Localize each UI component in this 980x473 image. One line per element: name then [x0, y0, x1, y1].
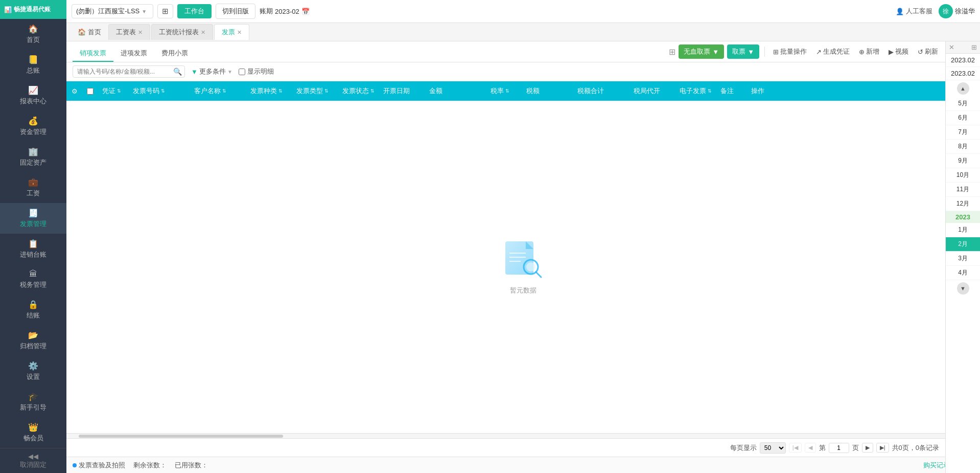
batch-op-button[interactable]: ⊞ 批量操作 [770, 45, 810, 58]
date-item-8m[interactable]: 8月 [946, 140, 980, 154]
sub-tab-label: 费用小票 [161, 49, 188, 57]
next-page-button[interactable]: ▶ [862, 443, 873, 453]
content-area: 销项发票 进项发票 费用小票 ⊞ 无血取票 ▼ 取票 ▼ [66, 41, 980, 473]
sidebar-collapse[interactable]: ◀◀ 取消固定 [0, 448, 66, 473]
date-item-12m[interactable]: 12月 [946, 197, 980, 211]
home-tab-label: 首页 [88, 28, 101, 37]
sidebar-item-guide[interactable]: 🎓 新手引导 [0, 387, 66, 417]
date-item-2023-02-top1[interactable]: 2023.02 [946, 54, 980, 67]
horizontal-scrollbar[interactable] [66, 433, 980, 438]
date-panel-up-arrow[interactable]: ▲ [957, 82, 969, 95]
date-panel-down-arrow[interactable]: ▼ [957, 282, 969, 295]
sidebar-item-settings[interactable]: ⚙️ 设置 [0, 356, 66, 387]
sidebar-item-report[interactable]: 📈 报表中心 [0, 80, 66, 111]
sidebar-item-label: 资金管理 [20, 127, 46, 137]
closing-icon: 🔒 [28, 300, 38, 309]
tab-invoice[interactable]: 发票 ✕ [214, 24, 249, 40]
th-inv-class-sort-icon: ⇅ [324, 88, 329, 94]
th-check[interactable] [84, 88, 99, 95]
switch-version-button[interactable]: 切到旧版 [216, 4, 255, 19]
sidebar-item-funds[interactable]: 💰 资金管理 [0, 111, 66, 142]
sub-tab-expense[interactable]: 费用小票 [154, 46, 195, 62]
search-wrap: 🔍 [73, 65, 185, 78]
last-page-button[interactable]: ▶| [876, 443, 889, 453]
workbench-button[interactable]: 工作台 [177, 4, 212, 18]
user-profile[interactable]: 徐 徐溢华 [939, 4, 975, 18]
tab-home[interactable]: 🏠 首页 [72, 25, 107, 40]
th-status-label: 发票状态 [342, 86, 369, 96]
th-inv-class: 发票类型 ⇅ [293, 86, 339, 96]
take-invoice-button[interactable]: 取票 ▼ [727, 44, 759, 59]
tab-close-invoice[interactable]: ✕ [237, 29, 242, 36]
copy-icon-button[interactable]: ⊞ [157, 4, 173, 18]
sidebar-item-home[interactable]: 🏠 首页 [0, 19, 66, 50]
date-item-6m[interactable]: 6月 [946, 111, 980, 125]
filter-dropdown-icon: ▼ [227, 69, 232, 75]
refresh-button[interactable]: ↺ 刷新 [915, 45, 941, 58]
sidebar-item-label: 新手引导 [20, 403, 46, 412]
no-invoice-button[interactable]: 无血取票 ▼ [679, 44, 724, 59]
th-note: 备注 [717, 86, 748, 96]
period-label: 账期 [260, 7, 273, 16]
topbar-right: 👤 人工客服 徐 徐溢华 [896, 4, 975, 18]
date-item-4m[interactable]: 4月 [946, 266, 980, 280]
date-panel-close-icon[interactable]: ✕ [949, 43, 954, 51]
th-tax-rate: 税率 ⇅ [487, 86, 523, 96]
date-item-2023-02-top2[interactable]: 2023.02 [946, 67, 980, 80]
search-input[interactable] [73, 65, 185, 78]
date-item-9m[interactable]: 9月 [946, 154, 980, 168]
first-page-button[interactable]: |◀ [789, 443, 802, 453]
sidebar-item-label: 首页 [27, 35, 40, 44]
date-item-3m[interactable]: 3月 [946, 252, 980, 266]
gen-voucher-button[interactable]: ↗ 生成凭证 [813, 45, 853, 58]
video-label: 视频 [895, 47, 908, 56]
sidebar-item-salary[interactable]: 💼 工资 [0, 172, 66, 203]
date-item-1m[interactable]: 1月 [946, 223, 980, 237]
new-button[interactable]: ⊕ 新增 [856, 45, 882, 58]
video-button[interactable]: ▶ 视频 [885, 45, 912, 58]
sidebar: 📊 畅捷通易代账 🏠 首页 📒 总账 📈 报表中心 💰 资金管理 🏢 固定资产 … [0, 0, 66, 473]
app-logo: 📊 畅捷通易代账 [0, 0, 66, 19]
sub-tab-purchase[interactable]: 进项发票 [113, 46, 154, 62]
customer-service-button[interactable]: 👤 人工客服 [896, 7, 932, 16]
tab-close-salary-report[interactable]: ✕ [201, 29, 205, 36]
sub-tab-label: 销项发票 [80, 49, 106, 57]
scrollbar-thumb[interactable] [79, 435, 283, 438]
th-inv-type-sort-icon: ⇅ [278, 88, 283, 94]
sidebar-item-ledger[interactable]: 📒 总账 [0, 50, 66, 80]
more-filter-label: 更多条件 [199, 67, 226, 76]
company-selector[interactable]: (勿删）江西服宝-LSS ▼ [72, 4, 153, 18]
funds-icon: 💰 [28, 116, 38, 126]
date-panel-expand-icon[interactable]: ⊞ [971, 43, 977, 51]
select-all-checkbox[interactable] [87, 88, 94, 95]
tab-close-salary-table[interactable]: ✕ [138, 29, 143, 36]
detail-checkbox-input[interactable] [239, 69, 245, 75]
sidebar-item-sales[interactable]: 📋 进销台账 [0, 234, 66, 264]
page-number-input[interactable] [829, 443, 849, 453]
th-tax-total-label: 税额合计 [577, 86, 604, 96]
sidebar-item-member[interactable]: 👑 畅会员 [0, 417, 66, 448]
th-note-label: 备注 [720, 86, 734, 96]
sub-tab-sales[interactable]: 销项发票 [73, 46, 113, 62]
show-detail-checkbox[interactable]: 显示明细 [239, 67, 274, 76]
prev-page-button[interactable]: ◀ [805, 443, 816, 453]
date-item-11m[interactable]: 11月 [946, 183, 980, 197]
sidebar-item-archive[interactable]: 📂 归档管理 [0, 325, 66, 356]
main-area: (勿删）江西服宝-LSS ▼ ⊞ 工作台 切到旧版 账期 2023-02 📅 👤… [66, 0, 980, 473]
tab-salary-table[interactable]: 工资表 ✕ [108, 24, 150, 40]
sidebar-item-label: 报表中心 [20, 97, 46, 106]
sidebar-item-closing[interactable]: 🔒 结账 [0, 295, 66, 325]
sidebar-item-invoice[interactable]: 🧾 发票管理 [0, 203, 66, 234]
sidebar-item-tax[interactable]: 🏛 税务管理 [0, 264, 66, 295]
batch-label: 批量操作 [780, 47, 807, 56]
date-year-2023[interactable]: 2023 [946, 211, 980, 223]
sidebar-item-assets[interactable]: 🏢 固定资产 [0, 142, 66, 172]
tab-salary-report[interactable]: 工资统计报表 ✕ [151, 24, 213, 40]
service-label: 人工客服 [906, 7, 932, 16]
date-item-10m[interactable]: 10月 [946, 168, 980, 183]
date-item-5m[interactable]: 5月 [946, 97, 980, 111]
per-page-select[interactable]: 50 100 200 [760, 442, 786, 454]
date-item-2m[interactable]: 2月 [946, 237, 980, 252]
date-item-7m[interactable]: 7月 [946, 125, 980, 140]
more-filter-button[interactable]: ▼ 更多条件 ▼ [191, 67, 232, 76]
